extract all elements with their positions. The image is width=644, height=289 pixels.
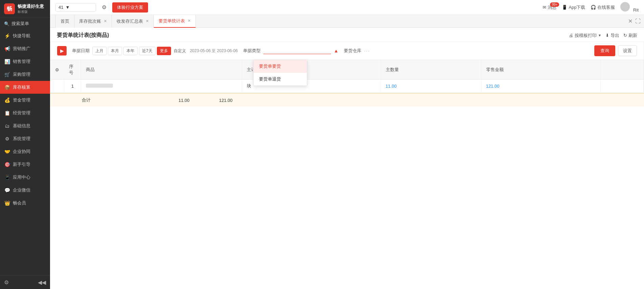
message-icon: ✉	[543, 5, 546, 10]
date-btn-this-year[interactable]: 本年	[123, 47, 138, 55]
date-shortcuts: 上月 本月 本年 近7天 更多	[92, 47, 171, 55]
message-btn[interactable]: ✉ 消息 99+	[543, 4, 556, 10]
app-title-block: 畅捷通好生意 标准版	[18, 3, 44, 14]
app-subtitle: 标准版	[18, 9, 44, 14]
app-download-btn[interactable]: 📱 App下载	[562, 4, 585, 10]
total-row: 合计 11.00 121.00	[50, 93, 644, 107]
app-download-icon: 📱	[562, 5, 567, 10]
sidebar-item-label: 经营管理	[13, 110, 30, 116]
company-selector-text: 41	[58, 5, 63, 10]
type-filter-group: 单据类型 ▲	[243, 47, 338, 54]
topbar-settings-icon[interactable]: ⚙	[99, 3, 109, 12]
date-btn-last-month[interactable]: 上月	[92, 47, 106, 55]
tabbar-right: ✕ ⛶	[628, 18, 644, 24]
topbar: 41 ▼ ⚙ 体验行业方案 ✉ 消息 99+ 📱 App下载 🎧 在线客服 R	[50, 0, 644, 15]
sidebar-item-operation[interactable]: 📋 经营管理	[0, 107, 50, 119]
tab-close-all-icon[interactable]: ✕	[628, 18, 633, 24]
type-chevron-up-icon[interactable]: ▲	[334, 48, 338, 53]
app-download-label: App下载	[569, 4, 585, 10]
tab-expand-icon[interactable]: ⛶	[635, 18, 641, 24]
refresh-btn[interactable]: ↻ 刷新	[623, 32, 637, 39]
sidebar-item-member[interactable]: 👑 畅会员	[0, 197, 50, 209]
page-content: 要货单统计表(按商品) 🖨 按模板打印 ▼ ⬇ 导出 ↻ 刷新 ▶	[50, 28, 644, 289]
sidebar-item-finance[interactable]: 💰 资金管理	[0, 94, 50, 107]
date-label: 单据日期	[72, 48, 90, 54]
th-extra	[601, 60, 644, 80]
date-btn-more[interactable]: 更多	[157, 47, 171, 55]
tab-batch[interactable]: 库存批次账 ✕	[74, 15, 112, 28]
td-qty: 11.00	[381, 80, 481, 93]
tab-collect-close[interactable]: ✕	[146, 19, 149, 23]
page-header: 要货单统计表(按商品) 🖨 按模板打印 ▼ ⬇ 导出 ↻ 刷新	[50, 28, 644, 42]
product-placeholder	[86, 84, 113, 88]
user-avatar[interactable]: Rit	[620, 2, 639, 13]
sidebar-item-basic[interactable]: 🗂 基础信息	[0, 119, 50, 132]
td-settings	[50, 80, 64, 93]
type-input[interactable]	[263, 47, 331, 54]
type-dropdown: 要货单要货 要货单退货	[253, 60, 307, 86]
sidebar-item-enterprise[interactable]: 🤝 企业协同	[0, 145, 50, 158]
sidebar-item-label: 新手引导	[13, 161, 30, 168]
date-filter-group: 单据日期 上月 本月 本年 近7天 更多 自定义 2023-05-06 至 20…	[72, 47, 238, 55]
sidebar-item-wechat[interactable]: 💬 企业微信	[0, 184, 50, 197]
dropdown-item-return[interactable]: 要货单退货	[254, 73, 307, 86]
sidebar-item-shortcut[interactable]: ⚡ 快捷导航	[0, 29, 50, 42]
enterprise-icon: 🤝	[4, 149, 10, 155]
td-no: 1	[64, 80, 81, 93]
print-btn[interactable]: 🖨 按模板打印 ▼	[569, 32, 601, 39]
search-menu[interactable]: 🔍 搜索菜单	[0, 18, 50, 29]
main-area: 41 ▼ ⚙ 体验行业方案 ✉ 消息 99+ 📱 App下载 🎧 在线客服 R	[50, 0, 644, 289]
customer-service-btn[interactable]: 🎧 在线客服	[591, 4, 615, 10]
search-icon: 🔍	[4, 21, 9, 26]
query-btn[interactable]: 查询	[594, 45, 615, 56]
sidebar: 畅 畅捷通好生意 标准版 🔍 搜索菜单 ⚡ 快捷导航 📢 营销推广 📊 销售管理…	[0, 0, 50, 289]
sidebar-item-label: 畅会员	[13, 200, 26, 206]
tab-batch-close[interactable]: ✕	[104, 19, 107, 23]
sidebar-item-app-center[interactable]: 📱 应用中心	[0, 171, 50, 184]
th-product: 商品	[81, 60, 242, 80]
table-header-row: ⚙ 序号 商品 主计量单位 主数量 零售金额	[50, 60, 644, 80]
tab-order-stat[interactable]: 要货单统计表 ✕	[154, 15, 196, 28]
app-title: 畅捷通好生意	[18, 3, 44, 9]
sidebar-item-inventory[interactable]: 📦 库存核算	[0, 81, 50, 94]
tab-home[interactable]: 首页	[55, 15, 74, 28]
date-btn-7days[interactable]: 近7天	[139, 47, 156, 55]
sidebar-item-purchase[interactable]: 🛒 采购管理	[0, 68, 50, 81]
date-range-display: 2023-05-06 至 2023-06-06	[190, 48, 238, 54]
date-custom-btn[interactable]: 自定义	[174, 48, 186, 54]
warehouse-filter-group: 要货仓库 ···	[344, 48, 370, 54]
export-icon: ⬇	[605, 33, 609, 38]
filter-expand-btn[interactable]: ▶	[57, 46, 67, 55]
sidebar-item-label: 库存核算	[13, 84, 30, 90]
industry-btn[interactable]: 体验行业方案	[112, 2, 148, 13]
sidebar-item-sales[interactable]: 📊 销售管理	[0, 55, 50, 68]
sidebar-item-system[interactable]: ⚙ 系统管理	[0, 132, 50, 145]
total-qty: 11.00	[178, 98, 219, 103]
collapse-icon[interactable]: ◀◀	[38, 279, 46, 286]
table-container: ⚙ 序号 商品 主计量单位 主数量 零售金额 1	[50, 60, 644, 93]
tab-order-stat-close[interactable]: ✕	[188, 19, 191, 23]
filter-actions: 查询 设置	[594, 45, 637, 56]
th-settings[interactable]: ⚙	[50, 60, 64, 80]
sidebar-item-label: 销售管理	[13, 59, 30, 65]
company-selector[interactable]: 41 ▼	[55, 3, 96, 12]
date-btn-this-month[interactable]: 本月	[108, 47, 122, 55]
sidebar-item-guide[interactable]: 🎯 新手引导	[0, 158, 50, 171]
tab-collect[interactable]: 收发存汇总表 ✕	[112, 15, 154, 28]
settings-btn[interactable]: 设置	[618, 45, 637, 56]
print-icon: 🖨	[569, 33, 573, 38]
total-label: 合计	[55, 97, 91, 103]
settings-icon[interactable]: ⚙	[4, 279, 9, 286]
warehouse-dots-icon[interactable]: ···	[364, 48, 370, 53]
dropdown-item-requisition[interactable]: 要货单要货	[254, 60, 307, 73]
export-btn[interactable]: ⬇ 导出	[605, 32, 619, 39]
chevron-down-icon: ▼	[65, 5, 70, 10]
qty-link[interactable]: 11.00	[386, 84, 397, 89]
member-icon: 👑	[4, 200, 10, 206]
sidebar-item-label: 基础信息	[13, 123, 30, 129]
sidebar-item-marketing[interactable]: 📢 营销推广	[0, 42, 50, 55]
purchase-icon: 🛒	[4, 71, 10, 77]
sidebar-item-label: 企业协同	[13, 149, 30, 155]
operation-icon: 📋	[4, 110, 10, 116]
amount-link[interactable]: 121.00	[486, 84, 500, 89]
